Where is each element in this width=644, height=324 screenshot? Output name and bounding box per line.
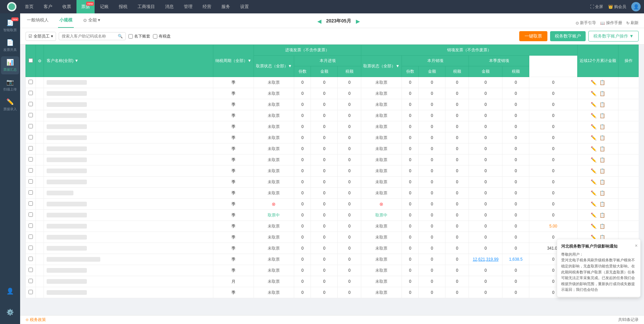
copy-btn[interactable]: 📋 <box>598 179 606 185</box>
copy-btn[interactable]: 📋 <box>598 134 606 141</box>
th-out-status[interactable]: 取票状态（全部）▼ <box>361 56 402 77</box>
quarter-amount-cell: 12,621,319.99 <box>469 254 502 265</box>
th-in-status[interactable]: 取票状态（全部）▼ <box>254 56 294 77</box>
copy-btn[interactable]: 📋 <box>598 112 606 119</box>
copy-btn[interactable]: 📋 <box>598 101 606 108</box>
member-btn[interactable]: 👑 购会员 <box>608 4 626 10</box>
edit-btn[interactable]: ✏️ <box>590 212 597 218</box>
row-checkbox[interactable] <box>29 168 33 173</box>
edit-btn[interactable]: ✏️ <box>590 223 597 230</box>
copy-btn[interactable]: 📋 <box>598 190 606 196</box>
new-guide-btn[interactable]: ⊙ 新手引导 <box>576 20 596 26</box>
edit-btn[interactable]: ✏️ <box>590 79 597 86</box>
copy-btn[interactable]: 📋 <box>598 212 606 218</box>
nav-settings[interactable]: 设置 <box>235 0 254 13</box>
select-all-checkbox[interactable] <box>29 58 33 63</box>
row-checkbox[interactable] <box>29 257 33 261</box>
copy-btn[interactable]: 📋 <box>598 168 606 174</box>
tax-digital-account-btn[interactable]: 税务数字账户 <box>550 31 586 41</box>
copy-btn[interactable]: 📋 <box>598 90 606 97</box>
row-checkbox[interactable] <box>29 124 33 128</box>
edit-btn[interactable]: ✏️ <box>590 123 597 130</box>
edit-btn[interactable]: ✏️ <box>590 179 597 185</box>
copy-btn[interactable]: 📋 <box>598 223 606 230</box>
sidebar-item-smart-invoice[interactable]: new 🧾 智能取票 <box>1 17 19 35</box>
checkbox-account[interactable]: 名下账套 <box>128 34 150 39</box>
row-checkbox[interactable] <box>29 91 33 95</box>
nav-message[interactable]: 消息 <box>160 0 178 13</box>
edit-btn[interactable]: ✏️ <box>590 134 597 141</box>
tab-general[interactable]: 一般纳税人 <box>25 13 50 28</box>
nav-client[interactable]: 客户 <box>39 0 57 13</box>
nav-tax[interactable]: 报税 <box>114 0 132 13</box>
user-avatar[interactable]: 👤 <box>631 2 641 11</box>
checkbox-tax-panel-input[interactable] <box>153 34 157 39</box>
search-icon[interactable]: 🔍 <box>118 34 123 39</box>
row-checkbox[interactable] <box>29 102 33 106</box>
one-click-invoice-btn[interactable]: 一键取票 <box>519 31 547 41</box>
next-date-btn[interactable]: ▶ <box>354 17 362 25</box>
sidebar-item-issue-invoice[interactable]: 📄 发票开具 <box>1 37 19 55</box>
copy-btn[interactable]: 📋 <box>598 145 606 152</box>
edit-btn[interactable]: ✏️ <box>590 112 597 119</box>
row-checkbox[interactable] <box>29 190 33 195</box>
nav-bookkeeping[interactable]: 记账 <box>95 0 113 13</box>
row-checkbox[interactable] <box>29 201 33 206</box>
edit-btn[interactable]: ✏️ <box>590 156 597 163</box>
nav-home[interactable]: 首页 <box>20 0 38 13</box>
copy-btn[interactable]: 📋 <box>598 156 606 163</box>
nav-manage[interactable]: 管理 <box>179 0 197 13</box>
copy-btn[interactable]: 📋 <box>598 201 606 207</box>
row-checkbox[interactable] <box>29 223 33 228</box>
row-checkbox[interactable] <box>29 146 33 150</box>
nav-collect[interactable]: 收票 <box>58 0 76 13</box>
nav-service[interactable]: 服务 <box>217 0 235 13</box>
prev-date-btn[interactable]: ◀ <box>315 17 323 25</box>
nav-operation[interactable]: 经营 <box>198 0 216 13</box>
edit-btn[interactable]: ✏️ <box>590 145 597 152</box>
copy-btn[interactable]: 📋 <box>598 79 606 86</box>
sidebar-item-summary[interactable]: 📊 票据汇总 <box>1 56 19 74</box>
row-icon-cell <box>36 254 44 265</box>
row-checkbox[interactable] <box>29 235 33 239</box>
row-checkbox[interactable] <box>29 268 33 272</box>
row-checkbox[interactable] <box>29 179 33 184</box>
checkbox-account-input[interactable] <box>128 34 133 39</box>
sidebar-item-user[interactable]: 👤 <box>1 282 19 300</box>
edit-btn[interactable]: ✏️ <box>590 190 597 196</box>
sidebar-item-entry[interactable]: ✏️ 票据录入 <box>1 96 19 114</box>
row-checkbox[interactable] <box>29 279 33 283</box>
sidebar-item-scan[interactable]: 📷 扫描上传 <box>1 76 19 94</box>
edit-btn[interactable]: ✏️ <box>590 168 597 174</box>
tab-small[interactable]: 小规模 <box>58 13 74 28</box>
row-checkbox[interactable] <box>29 290 33 294</box>
row-checkbox[interactable] <box>29 80 33 84</box>
tax-policy-link[interactable]: ⊙ 税务政策 <box>25 317 46 323</box>
row-checkbox[interactable] <box>29 113 33 117</box>
edit-btn[interactable]: ✏️ <box>590 201 597 207</box>
customer-search-input[interactable] <box>62 34 116 39</box>
globe-icon: ⊙ <box>83 18 87 23</box>
tab-all[interactable]: ⊙ 全能 ▾ <box>82 13 102 28</box>
customer-name-blurred <box>47 279 87 284</box>
sidebar-item-gear[interactable]: ⚙️ <box>1 303 19 321</box>
row-checkbox[interactable] <box>29 157 33 161</box>
edit-btn[interactable]: ✏️ <box>590 101 597 108</box>
copy-btn[interactable]: 📋 <box>598 123 606 130</box>
quarter-tax-cell: 0 <box>502 88 529 99</box>
row-checkbox[interactable] <box>29 246 33 250</box>
row-checkbox[interactable] <box>29 135 33 139</box>
manual-btn[interactable]: 📖 操作手册 <box>600 20 622 26</box>
refresh-btn[interactable]: ↻ 刷新 <box>626 20 639 26</box>
checkbox-tax-panel[interactable]: 有税盘 <box>153 34 171 39</box>
row-checkbox[interactable] <box>29 212 33 217</box>
popup-close-btn[interactable]: × <box>635 242 638 249</box>
th-tax-cycle[interactable]: 纳税周期（全部）▼ <box>213 45 254 77</box>
tax-digital-account-op-btn[interactable]: 税务数字账户操作 ▼ <box>588 31 639 42</box>
nav-commerce[interactable]: 工商项目 <box>133 0 160 13</box>
edit-btn[interactable]: ✏️ <box>590 90 597 97</box>
employee-filter[interactable]: ☑ 全部员工 ▾ <box>25 32 56 41</box>
th-customer[interactable]: 客户名称(全部) ▼ <box>44 45 213 77</box>
fullscreen-btn[interactable]: ⛶ 全屏 <box>590 4 603 10</box>
nav-invoice[interactable]: 票据 new <box>76 0 95 13</box>
